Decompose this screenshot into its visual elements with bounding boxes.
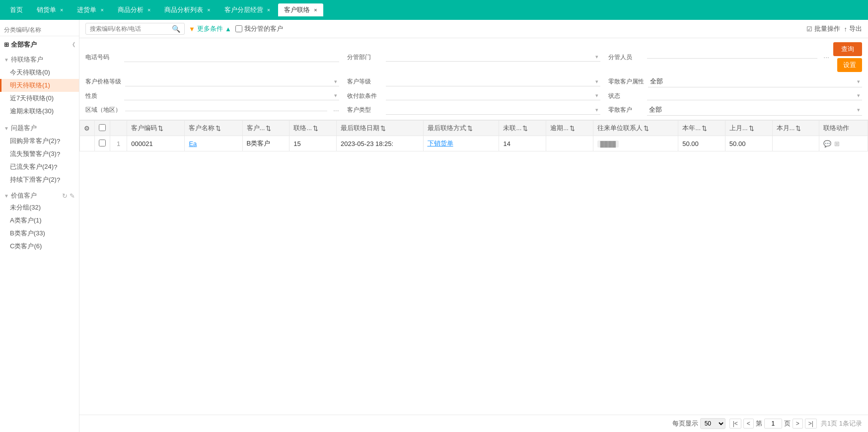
dept-select[interactable]: ▾	[386, 53, 601, 62]
last-method-link[interactable]: 下销货单	[428, 140, 453, 147]
nav-item-home[interactable]: 首页	[4, 3, 29, 16]
batch-op-button[interactable]: ☑ 批量操作	[806, 24, 840, 33]
col-gear[interactable]: ⚙	[80, 121, 95, 136]
prev-page-button[interactable]: <	[743, 419, 754, 429]
query-button[interactable]: 查询	[833, 42, 862, 56]
nav-close-icon-goods-analysis-list[interactable]: ×	[207, 7, 210, 13]
search-input-icon[interactable]: 🔍	[172, 25, 180, 33]
region-select[interactable]	[125, 109, 327, 111]
nav-close-icon-sales[interactable]: ×	[60, 7, 63, 13]
nav-item-customer-segment[interactable]: 客户分层经营×	[218, 3, 276, 16]
col-company-contact[interactable]: 往来单位联系人⇅	[593, 121, 678, 136]
refresh-icon[interactable]: ↻	[62, 192, 68, 200]
sidebar-item-repurchase[interactable]: 回购异常客户(2) ?	[0, 135, 79, 147]
nav-close-icon-purchase[interactable]: ×	[100, 7, 103, 13]
manager-dots-icon[interactable]: ···	[823, 53, 829, 61]
dept-label: 分管部门	[347, 53, 382, 62]
col-last-method[interactable]: 最后联络方式⇅	[423, 121, 499, 136]
price-grade-select[interactable]: ▾	[125, 77, 339, 86]
sidebar-item-churn-warn[interactable]: 流失预警客户(3) ?	[0, 147, 79, 160]
nav-item-sales[interactable]: 销货单×	[31, 3, 69, 16]
status-select[interactable]: ▾	[647, 91, 862, 100]
sidebar-item-overdue[interactable]: 逾期未联络(30)	[0, 105, 79, 118]
sidebar-item-churned[interactable]: 已流失客户(24) ?	[0, 160, 79, 173]
grid-action-icon[interactable]: ⊞	[834, 140, 840, 147]
col-this-year[interactable]: 本年...⇅	[678, 121, 725, 136]
nav-item-customer-contact[interactable]: 客户联络×	[278, 3, 323, 16]
my-customer-checkbox[interactable]	[235, 25, 242, 32]
sidebar-item-class-b[interactable]: B类客户(33)	[0, 227, 79, 240]
first-page-button[interactable]: |<	[729, 419, 741, 429]
page-number-input[interactable]	[764, 419, 782, 429]
region-dots-icon[interactable]: ···	[333, 106, 339, 114]
pending-contact-group[interactable]: ▼ 待联络客户	[0, 53, 79, 66]
col-type[interactable]: 客户...⇅	[242, 121, 289, 136]
repurchase-help-icon[interactable]: ?	[57, 138, 60, 145]
next-page-button[interactable]: >	[793, 419, 803, 429]
churned-help-icon[interactable]: ?	[54, 163, 57, 171]
sidebar-item-class-a[interactable]: A类客户(1)	[0, 214, 79, 227]
value-customer-icons: ↻ ✎	[62, 192, 75, 200]
col-last-date[interactable]: 最后联络日期⇅	[336, 121, 423, 136]
export-button[interactable]: ↑ 导出	[844, 24, 863, 33]
settings-button[interactable]: 设置	[837, 58, 862, 72]
churn-warn-help-icon[interactable]: ?	[57, 150, 60, 158]
sidebar-search-input[interactable]	[4, 26, 78, 33]
my-customer-check-label[interactable]: 我分管的客户	[235, 24, 283, 33]
value-arrow: ▼	[4, 193, 9, 199]
row-index: 1	[110, 136, 127, 151]
sidebar-item-7days[interactable]: 近7天待联络(0)	[0, 92, 79, 105]
customer-type-select[interactable]: ▾	[386, 106, 601, 115]
top-nav: 首页销货单×进货单×商品分析×商品分析列表×客户分层经营×客户联络×	[0, 0, 868, 20]
gear-icon[interactable]: ⚙	[84, 125, 90, 132]
scatter-attr-select[interactable]: 全部 ▾	[648, 76, 862, 87]
page-size-select[interactable]: 50 100 200	[700, 418, 725, 429]
search-input[interactable]	[90, 25, 172, 32]
retail-select[interactable]: 全部 ▾	[647, 104, 862, 116]
col-last-month[interactable]: 上月...⇅	[725, 121, 772, 136]
collapse-icon: 《	[70, 41, 75, 49]
comment-action-icon[interactable]: 💬	[823, 140, 831, 147]
sidebar-item-class-c[interactable]: C类客户(6)	[0, 240, 79, 253]
sidebar-item-tomorrow[interactable]: 明天待联络(1)	[0, 79, 79, 92]
more-filter-button[interactable]: ▼ 更多条件 ▲	[189, 24, 231, 33]
all-customers-title[interactable]: ⊞ 全部客户 《	[0, 38, 79, 51]
nav-item-goods-analysis-list[interactable]: 商品分析列表×	[158, 3, 216, 16]
col-this-month[interactable]: 本月...⇅	[772, 121, 819, 136]
nature-select[interactable]: ▾	[124, 91, 339, 100]
col-name[interactable]: 客户名称⇅	[185, 121, 242, 136]
search-input-container: 🔍	[85, 23, 185, 35]
nav-item-goods-analysis[interactable]: 商品分析×	[112, 3, 156, 16]
row-checkbox[interactable]	[99, 140, 106, 146]
7days-label: 近7天待联络(0)	[10, 94, 54, 103]
nav-close-icon-customer-contact[interactable]: ×	[314, 7, 317, 13]
declining-help-icon[interactable]: ?	[57, 176, 60, 184]
sidebar-item-today[interactable]: 今天待联络(0)	[0, 66, 79, 79]
customer-name-link[interactable]: Ea	[189, 140, 197, 147]
last-page-button[interactable]: >|	[805, 419, 817, 429]
col-overdue[interactable]: 逾期...⇅	[546, 121, 593, 136]
col-contact[interactable]: 联络...⇅	[289, 121, 337, 136]
page-size-container: 每页显示 50 100 200	[672, 418, 725, 429]
payment-chevron: ▾	[595, 92, 598, 99]
nav-close-icon-goods-analysis[interactable]: ×	[147, 7, 150, 13]
sidebar-item-declining[interactable]: 持续下滑客户(2) ?	[0, 173, 79, 186]
nav-close-icon-customer-segment[interactable]: ×	[267, 7, 270, 13]
value-customer-group[interactable]: ▼ 价值客户	[4, 191, 37, 200]
phone-input[interactable]	[124, 53, 339, 62]
customer-grade-select[interactable]: ▾	[386, 77, 601, 86]
col-uncontacted[interactable]: 未联...⇅	[499, 121, 546, 136]
sidebar-item-ungroup[interactable]: 未分组(32)	[0, 201, 79, 214]
today-label: 今天待联络(0)	[10, 68, 50, 77]
filter-row-price-grade: 客户价格等级 ▾	[85, 76, 339, 87]
nav-item-purchase[interactable]: 进货单×	[71, 3, 109, 16]
edit-icon[interactable]: ✎	[70, 192, 75, 200]
manager-select[interactable]	[647, 56, 817, 59]
select-all-checkbox[interactable]	[99, 124, 106, 131]
row-name[interactable]: Ea	[185, 136, 242, 151]
problem-customer-group[interactable]: ▼ 问题客户	[0, 122, 79, 135]
col-code[interactable]: 客户编码⇅	[127, 121, 185, 136]
payment-select[interactable]: ▾	[386, 91, 601, 100]
row-last-method[interactable]: 下销货单	[423, 136, 499, 151]
pending-arrow: ▼	[4, 57, 9, 63]
